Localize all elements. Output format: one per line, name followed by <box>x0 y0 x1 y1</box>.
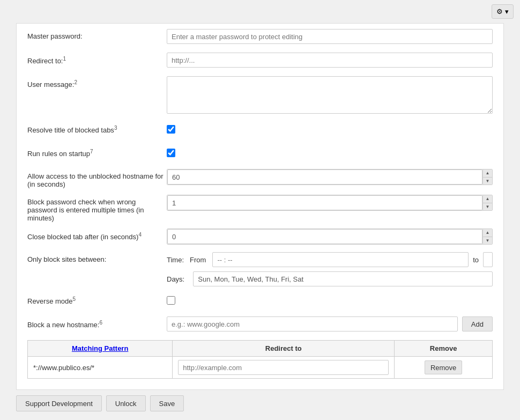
redirect-to-label: Redirect to:1 <box>27 53 167 65</box>
add-hostname-button[interactable]: Add <box>462 316 493 331</box>
user-message-control <box>167 76 493 115</box>
close-blocked-label: Close blocked tab after (in seconds)4 <box>27 229 167 241</box>
reverse-mode-checkbox[interactable] <box>167 296 175 305</box>
col-remove: Remove <box>395 341 493 357</box>
block-password-label: Block password check when wrong password… <box>27 195 167 222</box>
resolve-title-row: Resolve title of blocked tabs3 <box>27 122 493 139</box>
block-password-spinner: 1 ▲ ▼ <box>167 195 493 211</box>
redirect-to-control <box>167 53 493 68</box>
master-password-control <box>167 29 493 44</box>
time-section: Time: From to Days: Sun, Mon, Tue, Wed, … <box>167 252 493 286</box>
reverse-mode-row: Reverse mode5 <box>27 293 493 310</box>
time-to-label: to <box>473 256 479 264</box>
gear-icon: ⚙ <box>496 8 503 16</box>
time-row: Time: From to <box>167 252 493 267</box>
master-password-input[interactable] <box>167 29 493 44</box>
block-password-input[interactable]: 1 <box>167 195 482 210</box>
block-hostname-control: Add <box>167 316 493 331</box>
resolve-title-control <box>167 122 493 135</box>
bottom-bar: Support Development Unlock Save <box>16 390 504 411</box>
allow-access-control: 60 ▲ ▼ <box>167 169 493 185</box>
allow-access-spinner: 60 ▲ ▼ <box>167 169 493 185</box>
days-input[interactable]: Sun, Mon, Tue, Wed, Thu, Fri, Sat <box>193 271 493 286</box>
time-label: Time: <box>167 256 185 264</box>
from-label: From <box>190 256 206 264</box>
allow-access-row: Allow access to the unblocked hostname f… <box>27 169 493 188</box>
close-blocked-up-btn[interactable]: ▲ <box>483 229 492 237</box>
block-hostname-label: Block a new hostname:6 <box>27 316 167 329</box>
only-block-row: Only block sites between: Time: From to … <box>27 252 493 286</box>
main-content: Master password: Redirect to:1 User mess… <box>16 23 504 390</box>
save-button[interactable]: Save <box>150 395 184 411</box>
remove-cell: Remove <box>395 357 493 379</box>
redirect-input[interactable] <box>178 360 389 375</box>
block-password-spinner-btns: ▲ ▼ <box>482 195 492 210</box>
user-message-textarea[interactable] <box>167 76 493 114</box>
close-blocked-spinner-btns: ▲ ▼ <box>482 229 492 244</box>
allow-access-down-btn[interactable]: ▼ <box>483 178 492 185</box>
master-password-row: Master password: <box>27 29 493 46</box>
block-hostname-input[interactable] <box>167 316 458 331</box>
run-rules-control <box>167 145 493 159</box>
pattern-cell: *://www.publico.es/* <box>28 357 173 379</box>
days-label: Days: <box>167 275 189 283</box>
close-blocked-row: Close blocked tab after (in seconds)4 0 … <box>27 229 493 246</box>
support-development-button[interactable]: Support Development <box>16 395 102 411</box>
top-bar: ⚙ ▾ <box>0 0 520 23</box>
block-password-down-btn[interactable]: ▼ <box>483 203 492 211</box>
block-password-up-btn[interactable]: ▲ <box>483 195 492 203</box>
unlock-button[interactable]: Unlock <box>106 395 146 411</box>
block-password-control: 1 ▲ ▼ <box>167 195 493 211</box>
col-matching-pattern[interactable]: Matching Pattern <box>28 341 173 357</box>
redirect-cell <box>173 357 395 379</box>
block-password-row: Block password check when wrong password… <box>27 195 493 222</box>
close-blocked-control: 0 ▲ ▼ <box>167 229 493 245</box>
allow-access-spinner-btns: ▲ ▼ <box>482 170 492 185</box>
close-blocked-spinner: 0 ▲ ▼ <box>167 229 493 245</box>
days-row: Days: Sun, Mon, Tue, Wed, Thu, Fri, Sat <box>167 271 493 286</box>
redirect-to-input[interactable] <box>167 53 493 68</box>
table-row: *://www.publico.es/*Remove <box>28 357 493 379</box>
user-message-row: User message:2 <box>27 76 493 115</box>
block-hostname-row: Block a new hostname:6 Add <box>27 316 493 334</box>
run-rules-label: Run rules on startup7 <box>27 145 167 158</box>
add-hostname-wrapper: Add <box>167 316 493 331</box>
hostname-table: Matching Pattern Redirect to Remove *://… <box>27 340 493 379</box>
user-message-label: User message:2 <box>27 76 167 89</box>
only-block-label: Only block sites between: <box>27 252 167 263</box>
col-redirect-to: Redirect to <box>173 341 395 357</box>
dropdown-arrow-icon: ▾ <box>505 8 509 16</box>
close-blocked-down-btn[interactable]: ▼ <box>483 237 492 245</box>
run-rules-checkbox[interactable] <box>167 149 175 157</box>
remove-button[interactable]: Remove <box>425 360 462 374</box>
close-blocked-input[interactable]: 0 <box>167 229 482 244</box>
master-password-label: Master password: <box>27 29 167 40</box>
allow-access-input[interactable]: 60 <box>167 170 482 185</box>
table-header-row: Matching Pattern Redirect to Remove <box>28 341 493 357</box>
allow-access-label: Allow access to the unblocked hostname f… <box>27 169 167 188</box>
run-rules-row: Run rules on startup7 <box>27 145 493 163</box>
only-block-control: Time: From to Days: Sun, Mon, Tue, Wed, … <box>167 252 493 286</box>
allow-access-up-btn[interactable]: ▲ <box>483 170 492 178</box>
settings-button[interactable]: ⚙ ▾ <box>492 4 514 19</box>
time-to-input[interactable] <box>483 252 493 267</box>
resolve-title-checkbox[interactable] <box>167 125 175 134</box>
reverse-mode-label: Reverse mode5 <box>27 293 167 305</box>
reverse-mode-control <box>167 293 493 306</box>
resolve-title-label: Resolve title of blocked tabs3 <box>27 122 167 134</box>
time-from-input[interactable] <box>212 252 469 267</box>
redirect-to-row: Redirect to:1 <box>27 53 493 70</box>
